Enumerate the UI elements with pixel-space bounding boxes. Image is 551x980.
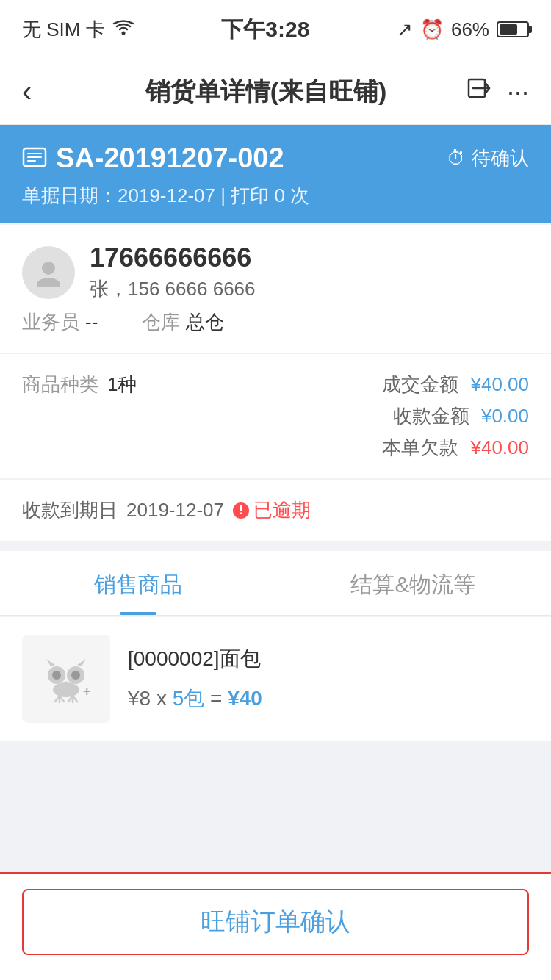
balance-row: 本单欠款 ¥40.00 (382, 435, 529, 461)
status-right: ↗ ⏰ 66% (397, 18, 529, 41)
product-info: [0000002]面包 ¥8 x 5包 = ¥40 (128, 645, 529, 713)
product-equals: = (210, 687, 228, 710)
confirm-button[interactable]: 旺铺订单确认 (22, 889, 529, 955)
due-section: 收款到期日 2019-12-07 ! 已逾期 (0, 480, 551, 541)
type-value: 1种 (107, 372, 137, 397)
svg-point-7 (42, 262, 55, 275)
type-label: 商品种类 (22, 372, 98, 397)
svg-point-22 (53, 682, 79, 697)
sales-value: -- (85, 311, 98, 334)
warehouse-label: 仓库 (142, 309, 180, 335)
page-title: 销货单详情(来自旺铺) (145, 75, 387, 109)
amount-row: 成交金额 ¥40.00 (382, 372, 529, 397)
nav-bar: ‹ 销货单详情(来自旺铺) ··· (0, 59, 551, 125)
received-value: ¥0.00 (481, 405, 529, 428)
customer-phone: 17666666666 (90, 242, 256, 273)
location-icon: ↗ (397, 18, 413, 41)
customer-row: 17666666666 张，156 6666 6666 (22, 242, 529, 302)
order-id: SA-20191207-002 (22, 143, 284, 174)
received-row: 收款金额 ¥0.00 (393, 403, 529, 429)
battery-percent: 66% (451, 18, 489, 41)
svg-text:+: + (83, 684, 91, 699)
product-type-area: 商品种类 1种 (22, 372, 137, 397)
product-price-row: ¥8 x 5包 = ¥40 (128, 685, 529, 713)
product-multiply: x (156, 687, 173, 710)
warehouse-value: 总仓 (186, 309, 224, 335)
overdue-icon: ! (233, 502, 249, 519)
bottom-bar: 旺铺订单确认 (0, 872, 551, 980)
more-icon[interactable]: ··· (507, 76, 529, 107)
clock-icon: ⏱ (447, 147, 466, 170)
alarm-icon: ⏰ (420, 18, 444, 41)
product-list: + [0000002]面包 ¥8 x 5包 = ¥40 (0, 617, 551, 741)
product-price: ¥8 (128, 687, 151, 710)
order-header-row: SA-20191207-002 ⏱ 待确认 (22, 143, 529, 174)
order-status: ⏱ 待确认 (447, 145, 529, 171)
overdue-badge: ! 已逾期 (233, 497, 311, 523)
avatar (22, 246, 75, 299)
order-header: SA-20191207-002 ⏱ 待确认 单据日期：2019-12-07 | … (0, 125, 551, 223)
tab-settlement[interactable]: 结算&物流等 (276, 551, 551, 615)
customer-section: 17666666666 张，156 6666 6666 业务员 -- 仓库 总仓 (0, 225, 551, 353)
wifi-icon (112, 18, 134, 41)
amount-label: 成交金额 (382, 372, 458, 397)
nav-actions: ··· (466, 75, 529, 108)
svg-point-11 (52, 671, 61, 680)
svg-marker-15 (77, 659, 86, 666)
carrier-label: 无 SIM 卡 (22, 17, 105, 43)
customer-name-phone: 张，156 6666 6666 (90, 276, 256, 302)
customer-detail-row: 业务员 -- 仓库 总仓 (22, 309, 529, 335)
back-button[interactable]: ‹ (22, 75, 66, 108)
balance-label: 本单欠款 (382, 435, 458, 461)
product-thumbnail: + (22, 635, 110, 723)
product-name: [0000002]面包 (128, 645, 529, 673)
svg-point-8 (37, 278, 60, 287)
due-date: 2019-12-07 (126, 499, 224, 522)
sales-detail: 业务员 -- (22, 309, 98, 335)
tab-bar: 销售商品 结算&物流等 (0, 551, 551, 616)
warehouse-detail: 仓库 总仓 (142, 309, 224, 335)
amounts-area: 成交金额 ¥40.00 收款金额 ¥0.00 本单欠款 ¥40.00 (382, 372, 529, 461)
tab-sales-products[interactable]: 销售商品 (0, 551, 276, 615)
due-label: 收款到期日 (22, 497, 118, 523)
battery-icon (497, 21, 529, 37)
svg-point-0 (121, 31, 125, 35)
status-bar: 无 SIM 卡 下午3:28 ↗ ⏰ 66% (0, 0, 551, 59)
balance-value: ¥40.00 (470, 436, 529, 459)
order-meta: 单据日期：2019-12-07 | 打印 0 次 (22, 183, 529, 209)
bottom-area (0, 741, 551, 887)
svg-marker-14 (46, 659, 55, 666)
svg-point-12 (71, 671, 80, 680)
sales-label: 业务员 (22, 309, 79, 335)
product-item: + [0000002]面包 ¥8 x 5包 = ¥40 (0, 617, 551, 741)
received-label: 收款金额 (393, 403, 469, 429)
share-icon[interactable] (466, 75, 492, 108)
summary-section: 商品种类 1种 成交金额 ¥40.00 收款金额 ¥0.00 本单欠款 ¥40.… (0, 354, 551, 478)
order-icon (22, 143, 47, 174)
time-label: 下午3:28 (221, 15, 309, 45)
status-left: 无 SIM 卡 (22, 17, 134, 43)
product-qty: 5包 (173, 687, 205, 710)
product-total: ¥40 (228, 687, 262, 710)
amount-value: ¥40.00 (470, 373, 529, 396)
overdue-text: 已逾期 (253, 497, 311, 523)
